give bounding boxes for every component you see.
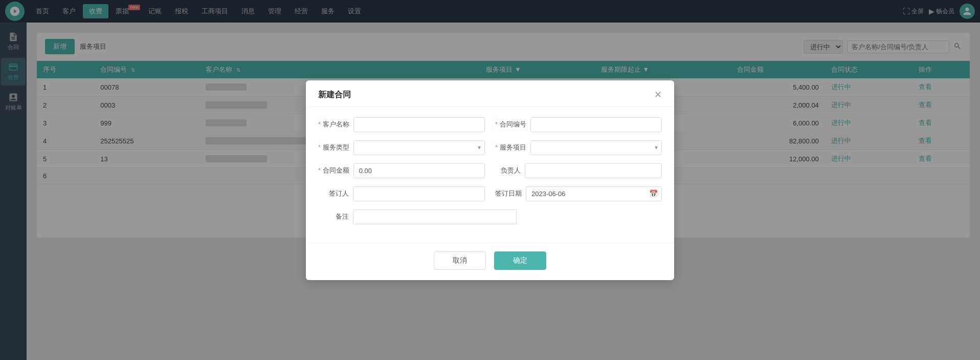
modal-title: 新建合同	[318, 90, 351, 100]
input-signer[interactable]	[353, 186, 485, 201]
input-contract-no[interactable]	[530, 117, 662, 132]
input-remark[interactable]	[353, 209, 517, 224]
label-service-type: 服务类型	[318, 143, 349, 152]
modal-body: 客户名称 合同编号 服务类型	[306, 107, 674, 243]
calendar-icon[interactable]: 📅	[649, 189, 658, 198]
input-customer-name[interactable]	[353, 117, 485, 132]
label-responsible: 负责人	[495, 166, 521, 175]
modal-overlay[interactable]: 新建合同 ✕ 客户名称 合同编号 服务类型	[0, 0, 980, 360]
form-group-amount: 合同金额	[318, 163, 485, 178]
select-service-type[interactable]	[353, 140, 485, 155]
label-service-item: 服务项目	[495, 143, 526, 152]
modal-footer: 取消 确定	[306, 243, 674, 280]
label-sign-date: 签订日期	[495, 189, 522, 198]
label-contract-no: 合同编号	[495, 120, 526, 129]
confirm-button[interactable]: 确定	[494, 251, 546, 270]
form-group-customer: 客户名称	[318, 117, 485, 132]
form-row-4: 签订人 签订日期 📅	[318, 186, 662, 201]
form-row-3: 合同金额 负责人	[318, 163, 662, 178]
input-responsible[interactable]	[525, 163, 662, 178]
form-row-1: 客户名称 合同编号	[318, 117, 662, 132]
date-wrapper-sign-date: 📅	[526, 186, 662, 201]
select-service-item[interactable]	[530, 140, 662, 155]
modal-header: 新建合同 ✕	[306, 80, 674, 107]
form-row-2: 服务类型 服务项目	[318, 140, 662, 155]
label-amount: 合同金额	[318, 166, 349, 175]
form-group-signer: 签订人	[318, 186, 485, 201]
form-group-contract-no: 合同编号	[495, 117, 662, 132]
label-signer: 签订人	[318, 189, 349, 198]
form-group-sign-date: 签订日期 📅	[495, 186, 662, 201]
select-wrapper-service-type	[353, 140, 485, 155]
label-remark: 备注	[318, 212, 349, 221]
modal-close-button[interactable]: ✕	[654, 90, 662, 99]
cancel-button[interactable]: 取消	[434, 251, 486, 270]
new-contract-modal: 新建合同 ✕ 客户名称 合同编号 服务类型	[306, 80, 674, 280]
input-amount[interactable]	[353, 163, 485, 178]
input-sign-date[interactable]	[526, 186, 662, 201]
form-group-service-type: 服务类型	[318, 140, 485, 155]
form-row-5: 备注	[318, 209, 662, 224]
form-group-remark: 备注	[318, 209, 662, 224]
label-customer-name: 客户名称	[318, 120, 349, 129]
select-wrapper-service-item	[530, 140, 662, 155]
form-group-service-item: 服务项目	[495, 140, 662, 155]
form-group-responsible: 负责人	[495, 163, 662, 178]
